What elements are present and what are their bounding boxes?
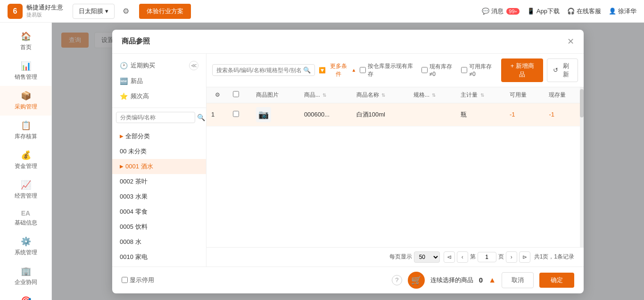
enterprise-icon: 🏢 [21, 266, 31, 276]
category-item-tea[interactable]: 0002 茶叶 [112, 174, 206, 189]
sidebar-item-operation[interactable]: 📈 经营管理 [0, 175, 51, 205]
filter-icon: 🔽 [319, 67, 326, 74]
category-item-all[interactable]: ▶ 全部分类 [112, 129, 206, 144]
sidebar-item-guide[interactable]: 🎯 新手引导 [0, 291, 51, 300]
page-first-btn[interactable]: ⊲ [444, 251, 455, 263]
scrollbar[interactable] [580, 87, 584, 247]
logo-title: 畅捷通好生意 [26, 4, 63, 12]
logo-icon: 6 [8, 4, 23, 19]
cart-icon[interactable]: 🛒 [408, 272, 425, 289]
collapse-btn[interactable]: ≪ [189, 61, 198, 70]
category-liquor-label: 0001 酒水 [125, 162, 153, 171]
filter-available-nonzero-checkbox[interactable]: 可用库存≠0 [461, 63, 497, 77]
page-total: 共1页，1条记录 [534, 253, 574, 261]
product-table-wrap: ⚙ 商品图片 商品... ⇅ 商品名称 ⇅ 规格... ⇅ 主计量 ⇅ 可用量 [206, 87, 584, 247]
page-next-btn[interactable]: › [506, 251, 517, 263]
category-search-input[interactable] [116, 112, 195, 123]
user-profile-btn[interactable]: 👤 徐泽华 [609, 7, 636, 16]
category-item-uncategorized[interactable]: 00 未分类 [112, 144, 206, 159]
col-unit[interactable]: 主计量 ⇅ [456, 87, 504, 103]
page-size-select: 每页显示 50 10 20 100 [389, 251, 440, 263]
collapse-footer-icon[interactable]: ▲ [488, 276, 496, 284]
cell-checkbox [228, 103, 251, 126]
sidebar-label-operation: 经营管理 [15, 192, 37, 200]
sidebar-item-inventory[interactable]: 📋 库存核算 [0, 116, 51, 145]
col-spec[interactable]: 规格... ⇅ [409, 87, 456, 103]
col-name[interactable]: 商品名称 ⇅ [352, 87, 409, 103]
category-item-water[interactable]: 0008 水 [112, 234, 206, 250]
col-checkbox [228, 87, 251, 103]
quick-link-recent[interactable]: 🕐 近期购买 ≪ [112, 58, 206, 74]
nav-gear-icon[interactable]: ⚙ [118, 4, 133, 19]
quick-link-new[interactable]: 🆕 新品 [112, 74, 206, 89]
category-item-appliance[interactable]: 0010 家电 [112, 250, 206, 265]
category-item-fruit[interactable]: 0003 水果 [112, 189, 206, 204]
category-item-liquor[interactable]: ▶ 0001 酒水 [112, 159, 206, 174]
quick-link-frequent[interactable]: ⭐ 频次高 [112, 89, 206, 104]
select-all-checkbox[interactable] [233, 91, 239, 97]
inventory-icon: 📋 [21, 120, 31, 131]
page-number-input[interactable] [478, 252, 496, 262]
system-icon: ⚙️ [21, 236, 31, 247]
online-service-btn[interactable]: 🎧 在线客服 [567, 7, 601, 16]
warehouse-checkbox-input[interactable] [360, 67, 366, 73]
top-nav: 6 畅捷通好生意 捷易版 日太阳膜 ▾ ⚙ 体验行业方案 💬 消息 99+ 📱 … [0, 0, 644, 23]
filter-more-btn[interactable]: 🔽 更多条件 ▲ [319, 62, 356, 78]
page-label: 第 [470, 253, 476, 261]
sidebar-item-enterprise[interactable]: 🏢 企业协同 [0, 261, 51, 291]
experience-btn[interactable]: 体验行业方案 [139, 4, 191, 19]
messages-btn[interactable]: 💬 消息 99+ [482, 7, 520, 16]
col-available[interactable]: 可用量 [505, 87, 545, 103]
refresh-btn[interactable]: ↺ 刷新 [547, 58, 578, 82]
row-checkbox[interactable] [233, 111, 239, 117]
sidebar-item-finance[interactable]: 💰 资金管理 [0, 145, 51, 175]
chevron-down-icon: ▾ [105, 8, 108, 15]
operation-icon: 📈 [21, 180, 31, 190]
sidebar-item-sales[interactable]: 📊 销售管理 [0, 56, 51, 86]
sidebar-item-purchase[interactable]: 📦 采购管理 [0, 86, 51, 116]
filter-stock-nonzero-checkbox[interactable]: 现有库存≠0 [421, 63, 458, 77]
cell-spec [409, 103, 456, 126]
category-item-snack[interactable]: 0004 零食 [112, 204, 206, 219]
app-body: 🏠 首页 📊 销售管理 📦 采购管理 📋 库存核算 💰 资金管理 📈 经营管理 … [0, 23, 644, 300]
product-search-input[interactable] [216, 67, 301, 74]
col-code[interactable]: 商品... ⇅ [299, 87, 352, 103]
table-head: ⚙ 商品图片 商品... ⇅ 商品名称 ⇅ 规格... ⇅ 主计量 ⇅ 可用量 [206, 87, 584, 103]
search-icon[interactable]: 🔍 [303, 67, 311, 74]
modal-header: 商品参照 ✕ [112, 30, 584, 54]
page-last-btn[interactable]: ⊳ [519, 251, 530, 263]
logo-area: 6 畅捷通好生意 捷易版 [8, 4, 63, 19]
sidebar-label-home: 首页 [20, 43, 32, 51]
page-size-dropdown[interactable]: 50 10 20 100 [414, 251, 440, 263]
tree-arrow-active-icon: ▶ [120, 164, 124, 169]
help-icon[interactable]: ? [392, 275, 402, 285]
table-row[interactable]: 1 📷 000600... 白酒100ml 瓶 [206, 103, 584, 126]
show-disabled-checkbox[interactable]: 显示停用 [122, 276, 154, 284]
available-nonzero-label: 可用库存≠0 [469, 63, 497, 77]
home-icon: 🏠 [21, 31, 31, 42]
modal-close-btn[interactable]: ✕ [567, 36, 574, 47]
filter-arrow-icon: ▲ [351, 67, 356, 73]
footer-right: ? 🛒 连续选择的商品 0 ▲ 取消 确定 [392, 272, 574, 289]
page-prev-btn[interactable]: ‹ [457, 251, 468, 263]
category-fruit-label: 0003 水果 [120, 193, 148, 200]
confirm-btn[interactable]: 确定 [539, 273, 574, 288]
quick-link-recent-label: 近期购买 [131, 61, 155, 70]
sidebar-item-home[interactable]: 🏠 首页 [0, 26, 51, 56]
guide-icon: 🎯 [21, 296, 31, 300]
available-nonzero-input[interactable] [461, 67, 467, 73]
stock-nonzero-input[interactable] [421, 67, 428, 73]
category-item-beverage[interactable]: 0005 饮料 [112, 219, 206, 234]
cancel-btn[interactable]: 取消 [502, 272, 534, 288]
filter-warehouse-checkbox[interactable]: 按仓库显示现有库存 [360, 62, 417, 78]
category-search-icon[interactable]: 🔍 [197, 114, 205, 121]
sidebar-item-base[interactable]: EA 基础信息 [0, 205, 51, 232]
add-product-btn[interactable]: + 新增商品 [501, 58, 543, 82]
category-label: 00 未分类 [120, 148, 147, 155]
app-download-btn[interactable]: 📱 App下载 [527, 7, 560, 16]
disabled-checkbox-input[interactable] [122, 277, 128, 283]
sidebar-item-system[interactable]: ⚙️ 系统管理 [0, 232, 51, 261]
page-nav: ⊲ ‹ 第 页 › ⊳ [444, 251, 530, 263]
nav-dropdown[interactable]: 日太阳膜 ▾ [73, 4, 115, 19]
table-settings-icon[interactable]: ⚙ [215, 92, 220, 98]
